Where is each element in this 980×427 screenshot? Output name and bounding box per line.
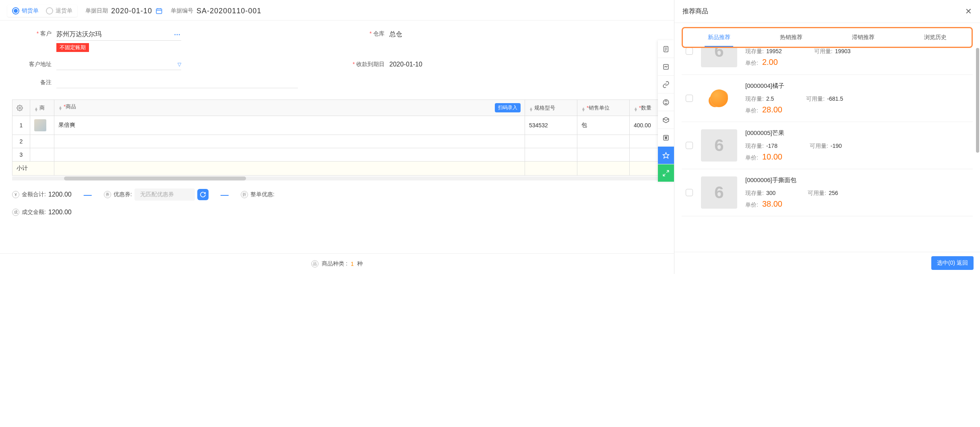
amount-label: 金额合计:	[22, 191, 46, 198]
item-checkbox[interactable]	[686, 142, 693, 149]
price-label: 单价:	[745, 60, 758, 66]
spec-cell[interactable]: 534532	[525, 116, 577, 135]
side-toolbar: ¥	[658, 40, 674, 182]
doc-no-value: SA-20200110-001	[196, 7, 261, 15]
subtotal-label: 小计	[12, 162, 54, 176]
item-checkbox[interactable]	[686, 95, 693, 102]
avail-label: 可用量:	[810, 143, 828, 149]
tool-currency-icon[interactable]: ¥	[658, 129, 674, 147]
tab-new[interactable]: 新品推荐	[683, 28, 755, 47]
recommend-tabs-highlighted: 新品推荐 热销推荐 滞销推荐 浏览历史	[682, 27, 973, 48]
stock-label: 现存量:	[745, 48, 764, 54]
gear-column-header[interactable]	[12, 100, 30, 116]
category-icon: 品	[311, 260, 318, 267]
remark-input[interactable]	[56, 77, 298, 88]
recommend-list[interactable]: 6 250ml 现存量:19952 可用量:19903 单价:2.00 [000…	[674, 48, 980, 252]
row-num: 2	[12, 135, 30, 148]
tool-doc-icon[interactable]	[658, 40, 674, 58]
table-row[interactable]: 2	[12, 135, 662, 148]
yen-icon: ¥	[12, 191, 19, 198]
list-item[interactable]: [0000004]橘子 现存量:2.5 可用量:-681.5 单价:28.00	[682, 75, 973, 122]
item-title: [0000004]橘子	[745, 82, 969, 90]
placeholder-icon: 6	[714, 183, 724, 202]
tab-history[interactable]: 浏览历史	[899, 28, 972, 47]
col-product[interactable]: ▲▼*商品扫码录入	[54, 100, 525, 116]
stock-label: 现存量:	[745, 190, 764, 196]
doc-date-value[interactable]: 2020-01-10	[111, 7, 152, 15]
calendar-icon[interactable]	[155, 7, 163, 15]
tool-swap-icon[interactable]	[658, 93, 674, 111]
price-value: 28.00	[762, 105, 782, 114]
avail-label: 可用量:	[814, 48, 833, 54]
list-item[interactable]: 6 [0000005]芒果 现存量:-178 可用量:-190 单价:10.00	[682, 122, 973, 169]
due-value: 2020-01-10	[389, 61, 422, 68]
tool-chart-icon[interactable]	[658, 58, 674, 76]
refresh-button[interactable]	[197, 189, 209, 200]
address-input[interactable]: ▽	[56, 59, 181, 70]
svg-line-15	[663, 174, 665, 176]
svg-rect-0	[156, 9, 162, 14]
select-return-button[interactable]: 选中(0) 返回	[931, 256, 974, 270]
bottom-status-bar: 品 商品种类 : 1 种	[0, 253, 674, 274]
placeholder-icon: 6	[714, 48, 724, 61]
tool-link-icon[interactable]	[658, 76, 674, 93]
price-value: 2.00	[762, 58, 778, 66]
stock-value: 2.5	[766, 95, 774, 102]
avail-value: -190	[831, 143, 842, 149]
close-icon[interactable]: ✕	[965, 6, 972, 16]
unit-cell[interactable]: 包	[577, 116, 630, 135]
col-qty[interactable]: ▲▼*数量	[630, 100, 662, 116]
tab-hot[interactable]: 热销推荐	[755, 28, 827, 47]
customer-label: 客户	[40, 30, 52, 37]
horizontal-scrollbar[interactable]	[12, 176, 662, 180]
tool-star-icon[interactable]	[658, 147, 674, 164]
coupon-icon: 券	[104, 191, 111, 198]
customer-value: 苏州万达沃尔玛	[56, 30, 101, 39]
col-spec[interactable]: ▲▼规格型号	[525, 100, 577, 116]
customer-badge: 不固定账期	[56, 43, 89, 52]
col-unit[interactable]: ▲▼*销售单位	[577, 100, 630, 116]
product-thumb-cell	[30, 116, 54, 135]
price-value: 38.00	[762, 199, 782, 208]
warehouse-input[interactable]: 总仓	[389, 29, 514, 40]
svg-line-14	[667, 170, 669, 172]
customer-input[interactable]: 苏州万达沃尔玛 ⋯	[56, 29, 181, 41]
qty-cell[interactable]: 400.00	[630, 116, 662, 135]
price-label: 单价:	[745, 201, 758, 208]
tab-slow[interactable]: 滞销推荐	[827, 28, 899, 47]
deal-label: 成交金额:	[22, 209, 46, 216]
stock-label: 现存量:	[745, 143, 764, 149]
scan-button[interactable]: 扫码录入	[495, 103, 521, 112]
discount-icon: 折	[241, 191, 248, 198]
minus-icon: —	[221, 190, 229, 199]
tool-expand-icon[interactable]	[658, 164, 674, 182]
warehouse-value: 总仓	[389, 30, 402, 39]
radio-return[interactable]: 退货单	[46, 7, 72, 15]
minus-icon: —	[84, 190, 92, 199]
avail-value: -681.5	[827, 95, 843, 102]
item-checkbox[interactable]	[686, 189, 693, 196]
radio-sale-label: 销货单	[22, 7, 39, 15]
product-name-cell[interactable]: 果倍爽	[54, 116, 525, 135]
avail-label: 可用量:	[806, 95, 825, 102]
row-num: 3	[12, 148, 30, 162]
table-row[interactable]: 3	[12, 148, 662, 162]
coupon-input[interactable]: 无匹配优惠券	[134, 189, 195, 201]
vertical-scrollbar[interactable]	[976, 48, 979, 153]
ellipsis-icon[interactable]: ⋯	[174, 31, 181, 38]
table-row[interactable]: 1 果倍爽 534532 包 400.00	[12, 116, 662, 135]
radio-icon	[12, 7, 19, 15]
due-input[interactable]: 2020-01-10	[389, 59, 514, 70]
deal-value: 1200.00	[48, 209, 72, 216]
chevron-down-icon[interactable]: ▽	[178, 62, 181, 67]
radio-sale[interactable]: 销货单	[12, 7, 39, 15]
col-image[interactable]: ▲▼商	[30, 100, 54, 116]
tool-box-icon[interactable]	[658, 111, 674, 129]
item-checkbox[interactable]	[686, 48, 693, 55]
price-label: 单价:	[745, 154, 758, 161]
coupon-label: 优惠券:	[114, 191, 132, 198]
list-item[interactable]: 6 250ml 现存量:19952 可用量:19903 单价:2.00	[682, 48, 973, 75]
list-item[interactable]: 6 [0000006]手撕面包 现存量:300 可用量:256 单价:38.00	[682, 169, 973, 216]
stock-label: 现存量:	[745, 95, 764, 102]
price-label: 单价:	[745, 107, 758, 114]
